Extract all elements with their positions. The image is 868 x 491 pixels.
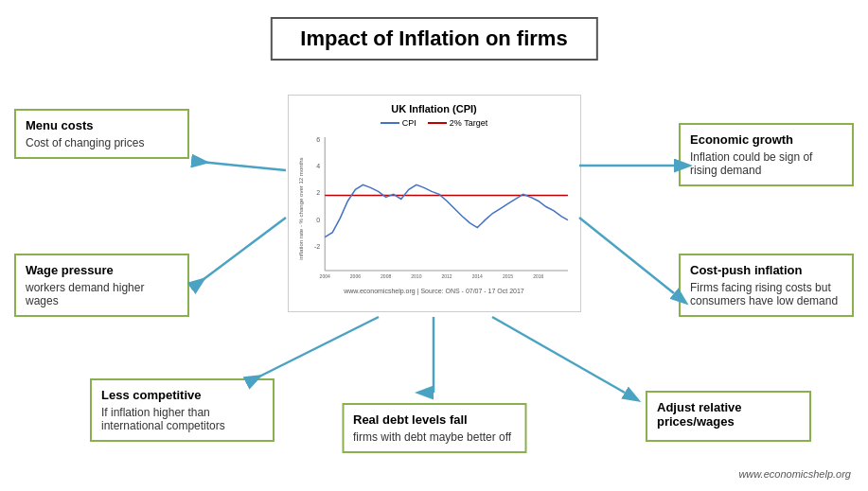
- svg-line-22: [191, 218, 286, 289]
- cost-push-box: Cost-push inflation Firms facing rising …: [679, 254, 854, 317]
- less-competitive-title: Less competitive: [101, 388, 263, 402]
- wage-pressure-box: Wage pressure workers demand higher wage…: [14, 254, 189, 317]
- menu-costs-text: Cost of changing prices: [26, 136, 178, 149]
- svg-text:2014: 2014: [471, 273, 482, 279]
- wage-pressure-text: workers demand higher wages: [26, 281, 178, 307]
- adjust-prices-box: Adjust relative prices/wages: [646, 391, 811, 442]
- svg-text:-2: -2: [313, 243, 319, 250]
- wage-pressure-title: Wage pressure: [26, 263, 178, 277]
- svg-text:2: 2: [316, 189, 320, 196]
- svg-text:4: 4: [316, 163, 320, 169]
- chart-source: www.economicshelp.org | Source: ONS - 07…: [296, 288, 573, 294]
- real-debt-box: Real debt levels fall firms with debt ma…: [342, 403, 526, 453]
- menu-costs-box: Menu costs Cost of changing prices: [14, 109, 189, 159]
- svg-line-25: [246, 317, 379, 383]
- chart-svg: 6 4 2 0 -2 2004 2006 2008 2010 2012 2014…: [296, 131, 573, 282]
- svg-text:inflation rate - % change over: inflation rate - % change over 12 months: [298, 157, 304, 259]
- cost-push-title: Cost-push inflation: [690, 263, 842, 277]
- inflation-chart: UK Inflation (CPI) CPI 2% Target 6 4 2 0…: [288, 95, 581, 312]
- economic-growth-box: Economic growth Inflation could be sign …: [679, 123, 854, 186]
- svg-text:2012: 2012: [441, 273, 452, 279]
- legend-target-line: [428, 122, 447, 124]
- less-competitive-text: If inflation higher than international c…: [101, 406, 263, 432]
- economic-growth-text: Inflation could be sign of rising demand: [690, 150, 842, 177]
- legend-cpi-line: [381, 122, 399, 124]
- legend-target: 2% Target: [428, 118, 487, 128]
- svg-text:0: 0: [316, 217, 320, 223]
- chart-title: UK Inflation (CPI): [296, 103, 573, 114]
- svg-text:2015: 2015: [502, 273, 512, 279]
- svg-line-24: [579, 218, 674, 293]
- svg-line-27: [492, 317, 625, 393]
- menu-costs-title: Menu costs: [26, 118, 178, 132]
- svg-text:2010: 2010: [411, 273, 421, 279]
- real-debt-title: Real debt levels fall: [353, 412, 515, 427]
- economic-growth-title: Economic growth: [690, 132, 842, 147]
- less-competitive-box: Less competitive If inflation higher tha…: [90, 378, 275, 442]
- adjust-prices-title: Adjust relative prices/wages: [657, 400, 800, 429]
- cost-push-text: Firms facing rising costs but consumers …: [690, 281, 842, 307]
- svg-text:2006: 2006: [349, 273, 360, 279]
- svg-text:2008: 2008: [381, 273, 391, 279]
- svg-line-21: [191, 161, 286, 170]
- svg-text:2016: 2016: [533, 273, 543, 279]
- page-title: Impact of Inflation on firms: [270, 17, 597, 61]
- chart-legend: CPI 2% Target: [296, 118, 573, 128]
- watermark: www.economicshelp.org: [738, 468, 851, 480]
- legend-cpi: CPI: [381, 118, 416, 128]
- svg-text:2004: 2004: [319, 273, 329, 279]
- real-debt-text: firms with debt maybe better off: [353, 430, 515, 444]
- svg-text:6: 6: [316, 136, 320, 143]
